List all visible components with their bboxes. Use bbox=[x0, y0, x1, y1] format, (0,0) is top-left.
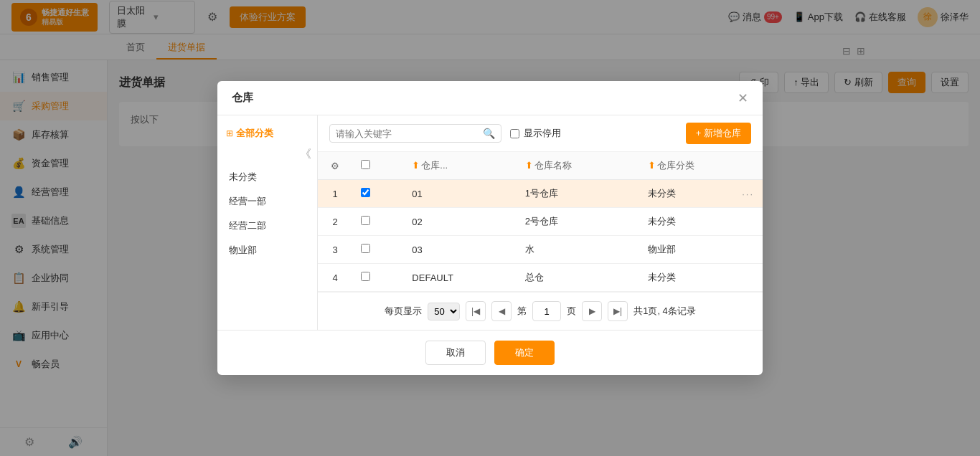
modal-footer: 取消 确定 bbox=[217, 330, 763, 375]
row-category: 未分类··· bbox=[639, 180, 763, 207]
page-number-input[interactable] bbox=[532, 301, 561, 321]
confirm-btn[interactable]: 确定 bbox=[494, 341, 555, 365]
row-code: 01 bbox=[403, 180, 516, 208]
category-ops1[interactable]: 经营一部 bbox=[217, 189, 317, 214]
search-input[interactable] bbox=[336, 128, 483, 139]
row-checkbox[interactable] bbox=[352, 264, 403, 292]
col-gear[interactable]: ⚙ bbox=[318, 152, 352, 180]
show-disabled-label[interactable]: 显示停用 bbox=[510, 127, 561, 140]
category-unclassified[interactable]: 未分类 bbox=[217, 165, 317, 189]
sidebar-collapse-btn[interactable]: 《 bbox=[217, 144, 317, 165]
row-code: DEFAULT bbox=[403, 264, 516, 292]
modal-right-content: 🔍 显示停用 + 新增仓库 ⚙ bbox=[318, 115, 763, 330]
row-checkbox[interactable] bbox=[352, 236, 403, 264]
prev-page-btn[interactable]: ◀ bbox=[491, 301, 512, 321]
next-page-btn[interactable]: ▶ bbox=[582, 301, 602, 321]
sort-icon-code: ⬆ bbox=[412, 160, 420, 171]
row-num: 1 bbox=[318, 180, 352, 208]
row-category: 未分类··· bbox=[639, 264, 763, 291]
warehouse-modal: 仓库 ✕ ⊞ 全部分类 《 未分类 经营一部 经营二部 物业部 bbox=[217, 81, 763, 375]
warehouse-table: ⚙ ⬆仓库... ⬆仓库名称 ⬆仓库分类 1 01 1号仓库 未分类··· 2 bbox=[318, 152, 763, 292]
modal-title: 仓库 bbox=[232, 91, 253, 105]
row-name: 水 bbox=[517, 236, 640, 264]
row-code: 02 bbox=[403, 208, 516, 236]
row-code: 03 bbox=[403, 236, 516, 264]
search-box: 🔍 bbox=[329, 124, 501, 143]
col-check[interactable] bbox=[352, 152, 403, 180]
first-page-btn[interactable]: |◀ bbox=[466, 301, 486, 321]
category-ops2[interactable]: 经营二部 bbox=[217, 214, 317, 238]
table-row[interactable]: 1 01 1号仓库 未分类··· bbox=[318, 180, 763, 208]
modal-header: 仓库 ✕ bbox=[217, 81, 763, 115]
row-name: 1号仓库 bbox=[517, 180, 640, 208]
modal-close-btn[interactable]: ✕ bbox=[738, 92, 748, 105]
add-warehouse-btn[interactable]: + 新增仓库 bbox=[686, 123, 751, 144]
category-all[interactable]: ⊞ 全部分类 bbox=[217, 123, 317, 144]
row-category: 未分类··· bbox=[639, 208, 763, 235]
row-num: 2 bbox=[318, 208, 352, 236]
sort-icon-cat: ⬆ bbox=[648, 160, 656, 171]
row-num: 3 bbox=[318, 236, 352, 264]
row-category: 物业部··· bbox=[639, 236, 763, 263]
category-property[interactable]: 物业部 bbox=[217, 238, 317, 262]
pagination: 每页显示 50 |◀ ◀ 第 页 ▶ ▶| 共1页, 4条记录 bbox=[318, 292, 763, 330]
show-disabled-checkbox[interactable] bbox=[510, 129, 519, 138]
modal-body: ⊞ 全部分类 《 未分类 经营一部 经营二部 物业部 🔍 bbox=[217, 115, 763, 330]
per-page-select[interactable]: 50 bbox=[428, 303, 460, 320]
select-all-checkbox[interactable] bbox=[361, 160, 370, 169]
table-row[interactable]: 3 03 水 物业部··· bbox=[318, 236, 763, 264]
search-icon: 🔍 bbox=[483, 128, 495, 139]
col-name[interactable]: ⬆仓库名称 bbox=[517, 152, 640, 180]
table-row[interactable]: 2 02 2号仓库 未分类··· bbox=[318, 208, 763, 236]
row-name: 总仓 bbox=[517, 264, 640, 292]
row-checkbox[interactable] bbox=[352, 208, 403, 236]
col-gear-icon: ⚙ bbox=[331, 161, 339, 171]
modal-overlay: 仓库 ✕ ⊞ 全部分类 《 未分类 经营一部 经营二部 物业部 bbox=[0, 0, 980, 456]
cancel-btn[interactable]: 取消 bbox=[425, 341, 486, 365]
col-category[interactable]: ⬆仓库分类 bbox=[639, 152, 763, 180]
row-num: 4 bbox=[318, 264, 352, 292]
last-page-btn[interactable]: ▶| bbox=[608, 301, 628, 321]
category-sidebar: ⊞ 全部分类 《 未分类 经营一部 经营二部 物业部 bbox=[217, 115, 318, 330]
modal-toolbar: 🔍 显示停用 + 新增仓库 bbox=[318, 115, 763, 152]
grid-icon: ⊞ bbox=[226, 128, 233, 138]
sort-icon-name: ⬆ bbox=[525, 160, 533, 171]
row-checkbox[interactable] bbox=[352, 180, 403, 208]
table-row[interactable]: 4 DEFAULT 总仓 未分类··· bbox=[318, 264, 763, 292]
row-name: 2号仓库 bbox=[517, 208, 640, 236]
col-code[interactable]: ⬆仓库... bbox=[403, 152, 516, 180]
